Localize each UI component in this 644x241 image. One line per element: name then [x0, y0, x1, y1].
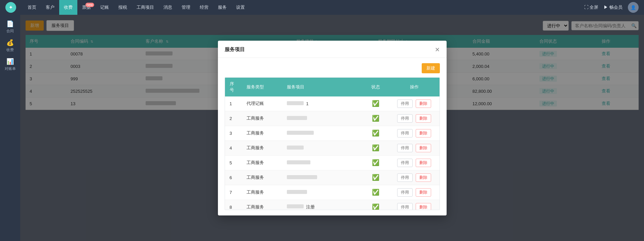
nav-right-actions: ⛶ 全屏 ▶ 畅会员 👤: [584, 2, 639, 13]
fullscreen-button[interactable]: ⛶ 全屏: [584, 4, 599, 10]
stop-button[interactable]: 停用: [397, 188, 413, 197]
sidebar-label-fee: 收费: [6, 47, 14, 52]
nav-item-industry[interactable]: 工商项目: [132, 0, 159, 15]
modal-overlay[interactable]: 服务项目 ✕ 新建 序号 服务类型 服务项目: [20, 15, 644, 241]
delete-button[interactable]: 删除: [416, 99, 431, 108]
item-blur: [287, 131, 314, 135]
delete-button[interactable]: 删除: [416, 144, 431, 152]
nav-item-service[interactable]: 服务: [213, 0, 231, 15]
item-blur: [287, 175, 317, 179]
sidebar-label-contract: 合同: [6, 29, 14, 34]
delete-button[interactable]: 删除: [416, 159, 431, 167]
nav-item-settings[interactable]: 设置: [231, 0, 250, 15]
delete-button[interactable]: 删除: [416, 114, 431, 123]
sidebar-item-contract[interactable]: 📄 合同: [1, 18, 19, 36]
stop-button[interactable]: 停用: [397, 173, 413, 182]
top-navigation: ✦ 首页 客户 收费 票据 new 记账 报税 工商项目 消息 管理 经营 服务…: [0, 0, 644, 15]
table-row: 6 工商服务 ✅ 停用 删除: [225, 170, 440, 185]
nav-item-message[interactable]: 消息: [159, 0, 177, 15]
modal-header: 服务项目 ✕: [218, 41, 447, 58]
status-check-icon: ✅: [372, 174, 379, 181]
item-blur: [287, 116, 307, 120]
modal-new-button[interactable]: 新建: [422, 63, 440, 73]
table-row: 2 工商服务 ✅ 停用 删除: [225, 111, 440, 126]
nav-item-bookkeep[interactable]: 记账: [96, 0, 114, 15]
stop-button[interactable]: 停用: [397, 114, 413, 123]
table-row: 1 代理记账 1 ✅ 停用 删除: [225, 96, 440, 111]
status-check-icon: ✅: [372, 159, 379, 166]
nav-item-bill[interactable]: 票据 new: [77, 0, 96, 15]
modal-close-button[interactable]: ✕: [435, 46, 440, 53]
table-row: 7 工商服务 ✅ 停用 删除: [225, 185, 440, 200]
status-check-icon: ✅: [372, 145, 379, 151]
table-row: 8 工商服务 注册 ✅ 停用 删除: [225, 200, 440, 210]
stop-button[interactable]: 停用: [397, 203, 413, 210]
nav-item-operate[interactable]: 经营: [195, 0, 213, 15]
app-logo[interactable]: ✦: [5, 2, 16, 13]
nav-item-fee[interactable]: 收费: [59, 0, 77, 15]
modal-title: 服务项目: [225, 46, 245, 53]
stop-button[interactable]: 停用: [397, 99, 413, 108]
status-check-icon: ✅: [372, 130, 379, 136]
service-items-modal: 服务项目 ✕ 新建 序号 服务类型 服务项目: [218, 41, 447, 215]
item-blur: [287, 160, 310, 164]
user-avatar[interactable]: 👤: [628, 2, 639, 13]
table-row: 3 工商服务 ✅ 停用 删除: [225, 126, 440, 140]
nav-menu: 首页 客户 收费 票据 new 记账 报税 工商项目 消息 管理 经营 服务 设…: [23, 0, 584, 15]
item-blur: [287, 190, 307, 194]
sidebar: 📄 合同 💰 收费 📊 对账单: [0, 15, 20, 241]
main-layout: 📄 合同 💰 收费 📊 对账单 新增 服务项目 进行中 已完成 已取消: [0, 15, 644, 241]
delete-button[interactable]: 删除: [416, 188, 431, 197]
stop-button[interactable]: 停用: [397, 159, 413, 167]
stop-button[interactable]: 停用: [397, 144, 413, 152]
status-check-icon: ✅: [372, 100, 379, 107]
delete-button[interactable]: 删除: [416, 129, 431, 137]
delete-button[interactable]: 删除: [416, 203, 431, 210]
table-row: 4 工商服务 ✅ 停用 删除: [225, 140, 440, 155]
modal-table-header: 序号 服务类型 服务项目 状态 操作: [225, 78, 440, 96]
contract-icon: 📄: [6, 20, 14, 28]
sidebar-label-reconciliation: 对账单: [5, 66, 16, 71]
modal-body: 新建 序号 服务类型 服务项目 状态 操作: [218, 58, 447, 215]
table-row: 5 工商服务 ✅ 停用 删除: [225, 155, 440, 170]
stop-button[interactable]: 停用: [397, 129, 413, 137]
nav-item-customer[interactable]: 客户: [41, 0, 59, 15]
nav-badge-new: new: [85, 3, 94, 7]
vip-button[interactable]: ▶ 畅会员: [604, 4, 622, 10]
delete-button[interactable]: 删除: [416, 173, 431, 182]
status-check-icon: ✅: [372, 115, 379, 122]
sidebar-item-fee[interactable]: 💰 收费: [1, 37, 19, 54]
item-blur: [287, 146, 304, 150]
main-content: 新增 服务项目 进行中 已完成 已取消 🔍 序号 合同编码 ⇅: [20, 15, 644, 241]
reconciliation-icon: 📊: [6, 58, 14, 65]
modal-toolbar: 新建: [225, 63, 440, 73]
nav-item-home[interactable]: 首页: [23, 0, 41, 15]
fee-icon: 💰: [6, 39, 14, 46]
status-check-icon: ✅: [372, 189, 379, 196]
sidebar-item-reconciliation[interactable]: 📊 对账单: [1, 56, 19, 73]
service-items-table: 序号 服务类型 服务项目 状态 操作 1: [225, 78, 440, 210]
nav-item-manage[interactable]: 管理: [177, 0, 195, 15]
item-blur: [287, 101, 304, 105]
nav-item-tax[interactable]: 报税: [114, 0, 132, 15]
item-blur: [287, 204, 304, 208]
modal-table-container: 序号 服务类型 服务项目 状态 操作 1: [225, 77, 440, 210]
status-check-icon: ✅: [372, 204, 379, 210]
